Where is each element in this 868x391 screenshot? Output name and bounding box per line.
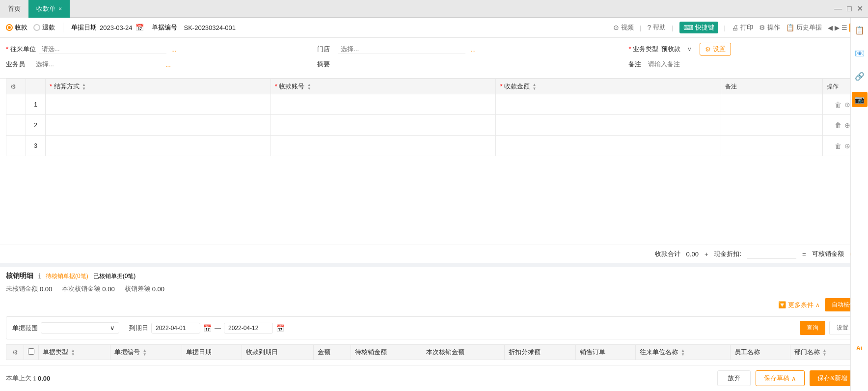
counterparty-more-icon[interactable]: ... bbox=[171, 46, 177, 53]
td-row2-settlement[interactable] bbox=[46, 115, 271, 136]
sidebar-camera-icon[interactable]: 📷 bbox=[852, 92, 868, 107]
td-row2-remark[interactable] bbox=[721, 115, 823, 136]
bth-pending: 待核销金额 bbox=[351, 345, 422, 360]
chevron-up-icon: ∧ bbox=[815, 302, 820, 308]
operations-btn[interactable]: ⚙ 操作 bbox=[759, 23, 780, 32]
from-date-input[interactable] bbox=[151, 323, 200, 334]
sidebar-email-icon[interactable]: 📧 bbox=[852, 46, 868, 61]
tab-home[interactable]: 首页 bbox=[0, 0, 28, 18]
draft-button[interactable]: 保存草稿 ∧ bbox=[756, 370, 805, 386]
number-label: 单据编号 bbox=[152, 23, 177, 32]
select-all-checkbox[interactable] bbox=[28, 348, 34, 355]
settings-button[interactable]: ⚙ 设置 bbox=[700, 43, 731, 56]
summary-label: 摘要 bbox=[317, 60, 330, 69]
range-dropdown-icon: ∨ bbox=[110, 324, 115, 332]
ai-label[interactable]: Ai bbox=[856, 345, 862, 352]
bottom-gear-icon[interactable]: ⚙ bbox=[12, 349, 18, 356]
table-gear-icon[interactable]: ⚙ bbox=[10, 83, 16, 90]
staff-input[interactable] bbox=[33, 59, 161, 69]
verify-stats: 未核销金额 0.00 本次核销金额 0.00 核销差额 0.00 bbox=[6, 284, 862, 293]
copy-icon-3[interactable]: ⊕ bbox=[844, 142, 850, 150]
range-select[interactable]: ∨ bbox=[41, 322, 119, 334]
to-date-input[interactable] bbox=[224, 323, 273, 334]
td-row2-num: 2 bbox=[26, 115, 46, 136]
sidebar-link-icon[interactable]: 🔗 bbox=[852, 69, 868, 84]
copy-icon-1[interactable]: ⊕ bbox=[844, 101, 850, 109]
discard-button[interactable]: 放弃 bbox=[717, 370, 751, 386]
stat-this-verify-value: 0.00 bbox=[102, 285, 114, 293]
td-row1-settlement[interactable] bbox=[46, 94, 271, 115]
delete-icon-1[interactable]: 🗑 bbox=[835, 101, 841, 109]
date-separator: — bbox=[215, 324, 221, 332]
nav-prev-icon[interactable]: ◀ bbox=[828, 24, 833, 31]
remark-field: 备注 bbox=[628, 59, 862, 69]
window-maximize-icon[interactable]: □ bbox=[847, 4, 852, 13]
total-value: 0.00 bbox=[686, 251, 699, 258]
date-value: 2023-03-24 bbox=[100, 24, 133, 31]
video-btn[interactable]: ⊙ 视频 bbox=[613, 23, 634, 32]
receipt-table: ⚙ 结算方式 ▲▼ 收款账号 ▲▼ 收款金额 ▲▼ 备注 bbox=[6, 79, 862, 156]
bth-staff: 员工名称 bbox=[730, 345, 790, 360]
more-conditions-btn[interactable]: 🔽 更多条件 ∧ bbox=[778, 301, 820, 309]
tab-close-icon[interactable]: × bbox=[58, 5, 62, 12]
section-info-icon[interactable]: ℹ bbox=[38, 272, 41, 280]
calendar-icon[interactable]: 📅 bbox=[136, 24, 144, 31]
from-date-calendar-icon[interactable]: 📅 bbox=[203, 324, 212, 332]
completed-tab-link[interactable]: 已核销单据(0笔) bbox=[93, 272, 136, 280]
bth-doc-num: 单据编号 ▲▼ bbox=[110, 345, 182, 360]
bth-discount: 折扣分摊额 bbox=[505, 345, 576, 360]
th-amount: 收款金额 ▲▼ bbox=[496, 79, 721, 94]
td-row3-remark[interactable] bbox=[721, 136, 823, 156]
footer-info-icon[interactable]: ℹ bbox=[33, 375, 36, 382]
stat-diff: 核销差额 0.00 bbox=[125, 284, 164, 293]
dropdown-arrow-icon[interactable]: ∨ bbox=[687, 46, 692, 53]
staff-more-icon[interactable]: ... bbox=[165, 61, 171, 68]
shortcut-btn[interactable]: ⌨ 快捷键 bbox=[679, 22, 718, 33]
sidebar-table-icon[interactable]: 📋 bbox=[852, 23, 868, 38]
nav-next-icon[interactable]: ▶ bbox=[835, 24, 840, 31]
td-row3-account[interactable] bbox=[271, 136, 496, 156]
td-row3-num: 3 bbox=[26, 136, 46, 156]
td-row1-account[interactable] bbox=[271, 94, 496, 115]
history-btn[interactable]: 📋 历史单据 bbox=[786, 23, 822, 32]
print-icon: 🖨 bbox=[732, 24, 738, 31]
pending-tab-link[interactable]: 待核销单据(0笔) bbox=[46, 272, 88, 280]
summary-row: 收款合计 0.00 + 现金折扣: = 可核销金额 0.00 bbox=[0, 245, 868, 263]
discount-input[interactable] bbox=[747, 249, 796, 259]
remark-input[interactable] bbox=[645, 59, 859, 69]
shortcut-icon: ⌨ bbox=[683, 24, 693, 31]
draft-arrow-icon: ∧ bbox=[791, 375, 796, 382]
counterparty-input[interactable] bbox=[39, 44, 166, 54]
td-row1-amount[interactable] bbox=[496, 94, 721, 115]
window-close-icon[interactable]: ✕ bbox=[857, 4, 863, 13]
summary-input[interactable] bbox=[333, 59, 461, 69]
tab-active[interactable]: 收款单 × bbox=[28, 0, 70, 18]
print-btn[interactable]: 🖨 打印 bbox=[732, 23, 753, 32]
td-row2-account[interactable] bbox=[271, 115, 496, 136]
nav-list-icon[interactable]: ☰ bbox=[841, 24, 847, 31]
delete-icon-2[interactable]: 🗑 bbox=[835, 121, 841, 129]
ai-section: Ai bbox=[850, 345, 868, 352]
business-type-label: 业务类型 bbox=[628, 45, 658, 54]
td-row3-settlement[interactable] bbox=[46, 136, 271, 156]
td-row1-remark[interactable] bbox=[721, 94, 823, 115]
delete-icon-3[interactable]: 🗑 bbox=[835, 142, 841, 150]
stat-diff-label: 核销差额 bbox=[125, 284, 150, 293]
stat-uncancelled-label: 未核销金额 bbox=[6, 284, 38, 293]
radio-receipt[interactable]: 收款 bbox=[6, 23, 27, 32]
toolbar: 收款 退款 单据日期 2023-03-24 📅 单据编号 SK-20230324… bbox=[0, 18, 868, 38]
radio-refund[interactable]: 退款 bbox=[33, 23, 55, 32]
right-sidebar: 📋 📧 🔗 📷 Ai bbox=[850, 18, 868, 391]
store-more-icon[interactable]: ... bbox=[470, 46, 476, 53]
store-input[interactable] bbox=[338, 44, 465, 54]
store-label: 门店 bbox=[317, 45, 330, 54]
window-minimize-icon[interactable]: — bbox=[834, 4, 842, 13]
counterparty-field: 往来单位 ... bbox=[6, 44, 317, 54]
footer-value: 0.00 bbox=[38, 375, 50, 382]
query-button[interactable]: 查询 bbox=[800, 321, 825, 335]
help-btn[interactable]: ? 帮助 bbox=[647, 23, 666, 32]
td-row2-amount[interactable] bbox=[496, 115, 721, 136]
to-date-calendar-icon[interactable]: 📅 bbox=[276, 324, 284, 332]
td-row3-amount[interactable] bbox=[496, 136, 721, 156]
copy-icon-2[interactable]: ⊕ bbox=[844, 121, 850, 129]
